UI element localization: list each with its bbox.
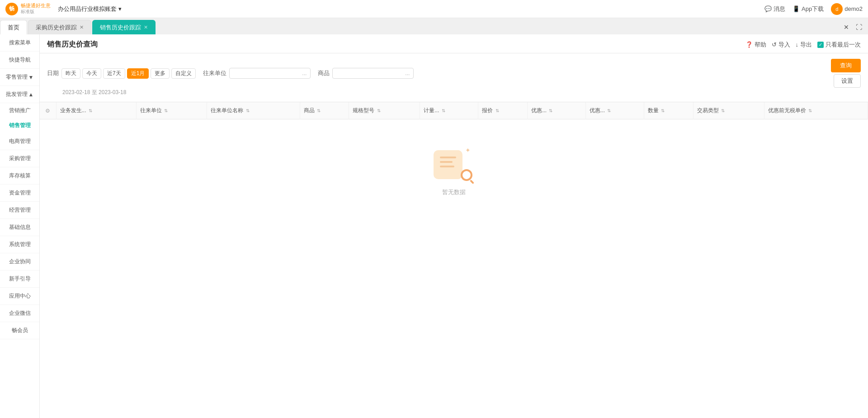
sidebar-item-operations[interactable]: 经营管理 — [0, 202, 39, 219]
only-last-checkbox[interactable]: ✓ — [817, 42, 824, 48]
tab-purchase-history-close[interactable]: ✕ — [80, 24, 84, 30]
date-btn-today[interactable]: 今天 — [82, 68, 101, 79]
logo-icon: 畅 — [5, 3, 18, 15]
sidebar-item-inventory[interactable]: 库存核算 — [0, 167, 39, 185]
col-discount1[interactable]: 优惠... ⇅ — [528, 102, 586, 119]
date-btn-custom[interactable]: 自定义 — [171, 68, 196, 79]
sidebar-operations-label: 经营管理 — [9, 207, 31, 213]
col-partner-name-label: 往来单位名称 ⇅ — [211, 107, 249, 114]
app-selector[interactable]: 办公用品行业模拟账套 ▾ — [54, 3, 125, 15]
sidebar-item-system[interactable]: 系统管理 — [0, 236, 39, 253]
empty-line-1 — [440, 157, 456, 158]
sidebar-guide-label: 新手引导 — [9, 276, 31, 282]
sidebar-item-cooperation[interactable]: 企业协同 — [0, 253, 39, 271]
data-table: ⚙ 业务发生... ⇅ 往来单位 ⇅ 往来单位名称 ⇅ 商品 ⇅ — [40, 102, 868, 119]
col-discount2[interactable]: 优惠... ⇅ — [586, 102, 644, 119]
col-unit[interactable]: 计量... ⇅ — [420, 102, 478, 119]
tab-sales-history-close[interactable]: ✕ — [144, 24, 148, 30]
sidebar-wechat-label: 企业微信 — [9, 310, 31, 316]
export-label: 导出 — [800, 41, 812, 49]
date-btn-1month[interactable]: 近1月 — [127, 68, 149, 79]
tab-sales-history[interactable]: 销售历史价跟踪 ✕ — [92, 20, 156, 34]
page-header-actions: ❓ 帮助 ↺ 导入 ↓ 导出 ✓ 只看最后一次 — [745, 41, 861, 49]
sidebar-item-sales-mgmt[interactable]: 销售管理 — [0, 118, 39, 133]
user-item[interactable]: d demo2 — [831, 3, 863, 15]
col-goods[interactable]: 商品 ⇅ — [300, 102, 349, 119]
table-header-row: ⚙ 业务发生... ⇅ 往来单位 ⇅ 往来单位名称 ⇅ 商品 ⇅ — [40, 102, 868, 119]
col-spec[interactable]: 规格型号 ⇅ — [349, 102, 420, 119]
sidebar-marketing-label: 营销推广 — [9, 107, 31, 114]
empty-line-3 — [440, 166, 454, 167]
col-trade-type[interactable]: 交易类型 ⇅ — [693, 102, 764, 119]
date-range-text: 2023-02-18 至 2023-03-18 — [62, 89, 861, 96]
logo-area: 畅 畅捷通好生意 标准版 — [5, 3, 51, 15]
tabbar: 首页 采购历史价跟踪 ✕ 销售历史价跟踪 ✕ ✕ ⛶ — [0, 18, 868, 34]
empty-text: 暂无数据 — [442, 188, 466, 196]
partner-filter: 往来单位 ... — [203, 68, 311, 79]
partner-input[interactable]: ... — [229, 68, 311, 79]
col-spec-label: 规格型号 ⇅ — [353, 107, 380, 114]
sidebar-item-guide[interactable]: 新手引导 — [0, 271, 39, 288]
app-download-item[interactable]: 📱 App下载 — [793, 5, 824, 13]
sidebar-item-retail[interactable]: 零售管理 ▼ — [0, 69, 39, 86]
sidebar-shortcut-label: 快捷导航 — [2, 56, 38, 64]
phone-icon: 📱 — [793, 5, 800, 12]
sidebar-item-ecommerce[interactable]: 电商管理 — [0, 133, 39, 150]
sidebar-item-wechat[interactable]: 企业微信 — [0, 305, 39, 322]
empty-state: ✦ 暂无数据 — [40, 119, 868, 223]
col-quantity[interactable]: 数量 ⇅ — [644, 102, 693, 119]
settings-button[interactable]: 设置 — [834, 74, 861, 88]
sidebar-item-finance[interactable]: 资金管理 — [0, 185, 39, 202]
date-btn-7days[interactable]: 近7天 — [103, 68, 125, 79]
sidebar-item-marketing[interactable]: 营销推广 — [0, 103, 39, 118]
sidebar-item-purchase[interactable]: 采购管理 — [0, 150, 39, 167]
empty-illustration: ✦ — [434, 147, 474, 183]
sidebar-vip-label: 畅会员 — [12, 327, 28, 333]
sidebar-item-vip[interactable]: 畅会员 — [0, 322, 39, 339]
close-tab-btn[interactable]: ✕ — [841, 22, 852, 33]
tab-purchase-history-label: 采购历史价跟踪 — [36, 24, 77, 32]
tab-home[interactable]: 首页 — [0, 20, 27, 34]
goods-input[interactable]: ... — [332, 68, 414, 79]
tab-purchase-history[interactable]: 采购历史价跟踪 ✕ — [28, 20, 91, 34]
import-label: 导入 — [778, 41, 790, 49]
only-last-checkbox-label[interactable]: ✓ 只看最后一次 — [817, 41, 861, 49]
topbar-left: 畅 畅捷通好生意 标准版 办公用品行业模拟账套 ▾ — [5, 3, 125, 15]
sidebar-item-search[interactable]: 搜索菜单 — [0, 34, 39, 52]
help-action[interactable]: ❓ 帮助 — [745, 41, 766, 49]
col-biz-date[interactable]: 业务发生... ⇅ — [56, 102, 136, 119]
sidebar-cooperation-label: 企业协同 — [9, 258, 31, 265]
sidebar-item-shortcut[interactable]: 快捷导航 — [0, 52, 39, 69]
sidebar-retail-label: 零售管理 — [6, 73, 28, 81]
maximize-btn[interactable]: ⛶ — [854, 22, 864, 33]
sidebar-item-wholesale[interactable]: 批发管理 ▲ — [0, 86, 39, 103]
only-last-label: 只看最后一次 — [826, 41, 861, 49]
query-button[interactable]: 查询 — [831, 59, 861, 72]
col-partner-code[interactable]: 往来单位 ⇅ — [136, 102, 207, 119]
date-filter: 日期 昨天 今天 近7天 近1月 更多 自定义 — [47, 68, 196, 79]
content-area: 销售历史价查询 ❓ 帮助 ↺ 导入 ↓ 导出 ✓ 只看最后一次 — [40, 34, 868, 418]
col-quoted-price[interactable]: 报价 ⇅ — [478, 102, 528, 119]
col-discount2-label: 优惠... ⇅ — [590, 107, 611, 114]
col-quantity-label: 数量 ⇅ — [648, 107, 665, 114]
sidebar-item-app-center[interactable]: 应用中心 — [0, 288, 39, 305]
sidebar-basic-info-label: 基础信息 — [9, 224, 31, 230]
import-action[interactable]: ↺ 导入 — [772, 41, 790, 49]
export-action[interactable]: ↓ 导出 — [796, 41, 812, 49]
date-btn-more[interactable]: 更多 — [151, 68, 170, 79]
col-goods-label: 商品 ⇅ — [304, 107, 321, 114]
app-download-label: App下载 — [802, 5, 824, 13]
col-partner-name[interactable]: 往来单位名称 ⇅ — [207, 102, 300, 119]
col-pretax-price[interactable]: 优惠前无税单价 ⇅ — [764, 102, 868, 119]
sidebar-wholesale-content: 批发管理 ▲ — [2, 90, 38, 98]
settings-col-icon[interactable]: ⚙ — [45, 108, 50, 114]
message-item[interactable]: 💬 消息 — [764, 5, 785, 13]
sidebar-ecommerce-label: 电商管理 — [9, 138, 31, 144]
col-settings: ⚙ — [40, 102, 56, 119]
help-label: 帮助 — [755, 41, 766, 49]
sidebar-item-basic-info[interactable]: 基础信息 — [0, 219, 39, 236]
date-btn-yesterday[interactable]: 昨天 — [61, 68, 80, 79]
sidebar-purchase-label: 采购管理 — [9, 155, 31, 162]
sidebar-app-center-label: 应用中心 — [9, 293, 31, 299]
tab-sales-history-label: 销售历史价跟踪 — [100, 24, 141, 32]
